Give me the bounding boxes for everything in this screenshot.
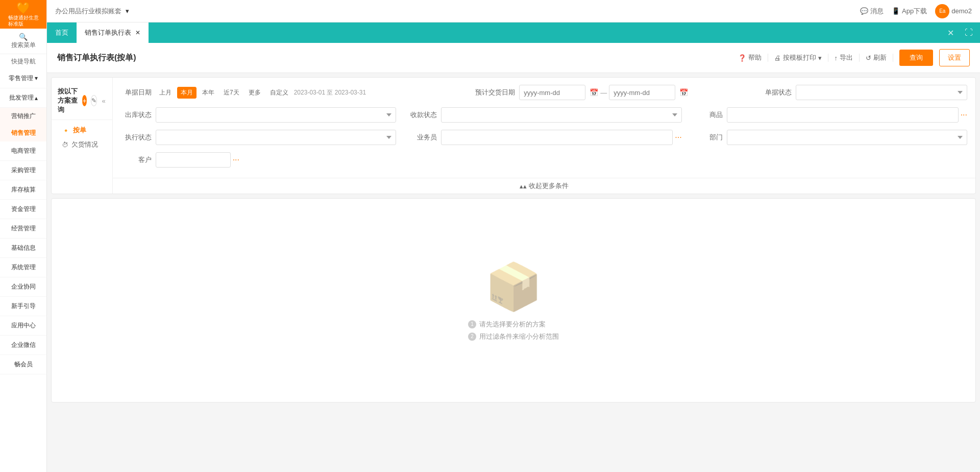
empty-step-2-text: 用过滤条件来缩小分析范围 bbox=[479, 332, 559, 341]
date-btn-this-year[interactable]: 本年 bbox=[199, 87, 218, 99]
customer-dots-btn[interactable]: ··· bbox=[233, 155, 239, 164]
filter-edit-btn[interactable]: ✎ bbox=[91, 95, 97, 106]
dept-select[interactable] bbox=[727, 130, 967, 145]
filter-field-customer: 客户 ··· bbox=[121, 152, 239, 168]
salesperson-input[interactable] bbox=[441, 130, 673, 145]
page-actions: ❓ 帮助 🖨 按模板打印 ▾ ↑ 导出 ↺ 刷新 bbox=[738, 49, 970, 66]
topbar-app-download-btn[interactable]: 📱 App下载 bbox=[892, 7, 927, 16]
sidebar-item-member[interactable]: 畅会员 bbox=[0, 355, 46, 374]
sidebar-item-wholesale[interactable]: 批发管理 ▴ bbox=[0, 88, 46, 108]
sidebar-item-sales-mgmt[interactable]: 销售管理 bbox=[0, 125, 46, 141]
print-label: 按模板打印 bbox=[783, 53, 816, 62]
filter-field-out-status: 出库状态 bbox=[121, 107, 396, 123]
topbar-app-download-label: App下载 bbox=[902, 7, 927, 16]
filter-panel-body: 按以下方案查询 + ✎ « 🔸 按单 ⏱ 欠货情况 bbox=[52, 78, 975, 194]
sidebar-item-ecommerce[interactable]: 电商管理 bbox=[0, 141, 46, 161]
export-btn[interactable]: ↑ 导出 bbox=[835, 53, 853, 62]
empty-step-2: 2 用过滤条件来缩小分析范围 bbox=[468, 332, 559, 341]
content-area: 销售订单执行表(按单) ❓ 帮助 🖨 按模板打印 ▾ ↑ 导出 bbox=[47, 43, 980, 472]
topbar-message-btn[interactable]: 💬 消息 bbox=[860, 7, 884, 16]
tabbar-expand-btn[interactable]: ⛶ bbox=[962, 26, 976, 40]
help-btn[interactable]: ❓ 帮助 bbox=[738, 53, 762, 62]
sidebar: 🧡 畅捷通好生意 标准版 🔍 搜索菜单 快捷导航 零售管理 ▾ 批发管理 ▴ 营… bbox=[0, 0, 47, 472]
chevron-up-icon: ▴▴ bbox=[520, 182, 527, 190]
topbar-user-profile[interactable]: Ea demo2 bbox=[935, 4, 972, 18]
refresh-btn[interactable]: ↺ 刷新 bbox=[866, 53, 887, 62]
filter-sub-item-by-order[interactable]: 🔸 按单 bbox=[52, 123, 112, 137]
filter-add-btn[interactable]: + bbox=[82, 95, 87, 106]
sidebar-item-system[interactable]: 系统管理 bbox=[0, 258, 46, 277]
topbar: 办公用品行业模拟账套 ▾ 💬 消息 📱 App下载 Ea demo2 bbox=[47, 0, 980, 22]
by-order-label: 按单 bbox=[73, 126, 86, 135]
goods-input[interactable] bbox=[727, 107, 959, 123]
topbar-message-label: 消息 bbox=[870, 7, 884, 16]
receipt-status-label: 收款状态 bbox=[406, 110, 437, 120]
expected-date-to[interactable] bbox=[609, 85, 675, 100]
expected-date-from[interactable] bbox=[519, 85, 585, 100]
receipt-status-select[interactable] bbox=[441, 107, 681, 123]
dept-control bbox=[727, 130, 967, 145]
out-status-select[interactable] bbox=[156, 107, 396, 123]
topbar-right: 💬 消息 📱 App下载 Ea demo2 bbox=[860, 4, 972, 18]
tabbar-close-btn[interactable]: ✕ bbox=[943, 26, 958, 40]
sidebar-search-item[interactable]: 🔍 搜索菜单 bbox=[0, 29, 46, 54]
date-field-control: 上月 本月 本年 近7天 更多 自定义 2023-03-01 至 2023-03… bbox=[156, 87, 465, 99]
divider4 bbox=[893, 54, 893, 62]
doc-status-control bbox=[796, 85, 968, 100]
collapse-more-btn[interactable]: ▴▴ 收起更多条件 bbox=[113, 178, 975, 194]
sidebar-item-purchase[interactable]: 采购管理 bbox=[0, 161, 46, 180]
tab-close-icon[interactable]: ✕ bbox=[135, 30, 140, 36]
customer-input[interactable] bbox=[156, 152, 231, 168]
tabbar: 首页 销售订单执行表 ✕ ✕ ⛶ bbox=[47, 22, 980, 43]
filter-field-receipt-status: 收款状态 bbox=[406, 107, 681, 123]
help-icon: ❓ bbox=[738, 54, 746, 62]
date-btn-7days[interactable]: 近7天 bbox=[220, 87, 243, 99]
settings-button[interactable]: 设置 bbox=[939, 49, 970, 66]
sidebar-logo: 🧡 畅捷通好生意 标准版 bbox=[0, 0, 47, 29]
tab-home-label: 首页 bbox=[55, 28, 68, 37]
sidebar-item-retail[interactable]: 零售管理 ▾ bbox=[0, 69, 46, 88]
sidebar-item-operations[interactable]: 经营管理 bbox=[0, 219, 46, 239]
sidebar-item-newbie[interactable]: 新手引导 bbox=[0, 297, 46, 316]
arrears-icon: ⏱ bbox=[62, 141, 68, 149]
filter-row-2: 出库状态 收款状态 bbox=[121, 107, 967, 123]
sidebar-item-wechat[interactable]: 企业微信 bbox=[0, 336, 46, 355]
main-area: 办公用品行业模拟账套 ▾ 💬 消息 📱 App下载 Ea demo2 bbox=[47, 0, 980, 472]
date-btn-this-month[interactable]: 本月 bbox=[177, 87, 197, 99]
goods-dots-btn[interactable]: ··· bbox=[961, 110, 967, 120]
date-range-display: 2023-03-01 至 2023-03-31 bbox=[294, 88, 366, 97]
results-area: 📦 1 请先选择要分析的方案 2 用过滤条件来缩小分析范围 bbox=[51, 198, 976, 403]
filter-field-exec-status: 执行状态 bbox=[121, 130, 396, 145]
filter-field-doc-status: 单据状态 bbox=[761, 85, 968, 100]
date-btn-last-month[interactable]: 上月 bbox=[156, 87, 175, 99]
filter-sub-items: 🔸 按单 ⏱ 欠货情况 bbox=[52, 120, 112, 155]
tab-sales-exec-label: 销售订单执行表 bbox=[85, 28, 131, 37]
date-btn-custom[interactable]: 自定义 bbox=[266, 87, 292, 99]
filter-field-goods: 商品 ··· bbox=[692, 107, 967, 123]
sidebar-item-enterprise[interactable]: 企业协同 bbox=[0, 277, 46, 297]
filter-sub-item-arrears[interactable]: ⏱ 欠货情况 bbox=[52, 137, 112, 152]
filter-field-dept: 部门 bbox=[692, 130, 967, 145]
tab-home[interactable]: 首页 bbox=[47, 22, 77, 43]
sidebar-item-inventory[interactable]: 库存核算 bbox=[0, 180, 46, 200]
date-btn-more[interactable]: 更多 bbox=[245, 87, 264, 99]
sidebar-item-marketing[interactable]: 营销推广 bbox=[0, 108, 46, 125]
topbar-dropdown-btn[interactable]: ▾ bbox=[126, 7, 129, 15]
salesperson-dots-btn[interactable]: ··· bbox=[675, 133, 681, 142]
exec-status-select[interactable] bbox=[156, 130, 396, 145]
salesperson-label: 业务员 bbox=[406, 133, 437, 142]
exec-status-control bbox=[156, 130, 396, 145]
filter-collapse-btn[interactable]: « bbox=[101, 95, 106, 106]
query-button[interactable]: 查询 bbox=[899, 50, 933, 66]
tab-sales-exec[interactable]: 销售订单执行表 ✕ bbox=[77, 22, 149, 43]
doc-status-select[interactable] bbox=[796, 85, 968, 100]
print-btn[interactable]: 🖨 按模板打印 ▾ bbox=[774, 53, 822, 62]
sidebar-item-appstore[interactable]: 应用中心 bbox=[0, 316, 46, 336]
empty-illustration: 📦 bbox=[485, 260, 542, 314]
logo-text: 畅捷通好生意 标准版 bbox=[8, 15, 39, 27]
sidebar-item-finance[interactable]: 资金管理 bbox=[0, 200, 46, 219]
customer-control: ··· bbox=[156, 152, 239, 168]
cal-icon-to: 📅 bbox=[679, 88, 688, 97]
sidebar-shortcut-nav[interactable]: 快捷导航 bbox=[0, 54, 46, 69]
sidebar-item-basics[interactable]: 基础信息 bbox=[0, 239, 46, 258]
